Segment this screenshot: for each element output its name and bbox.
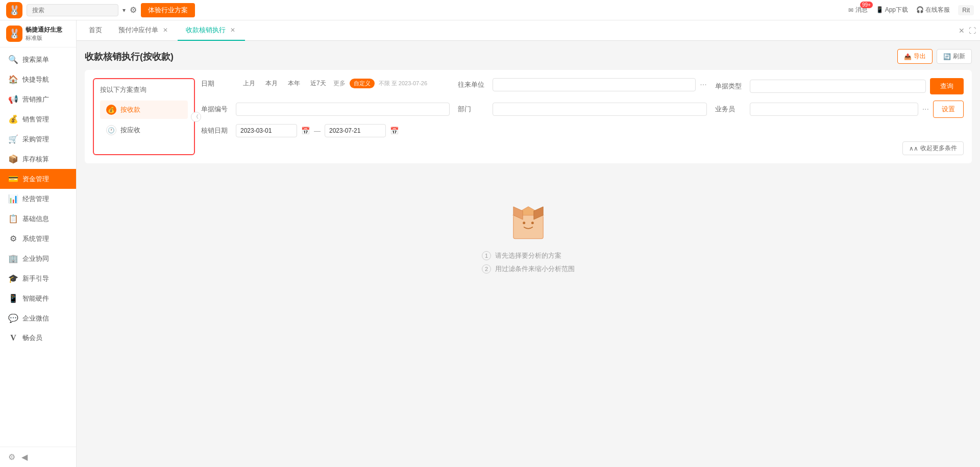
sidebar-item-enterprise[interactable]: 🏢 企业协同 bbox=[0, 249, 76, 268]
brand-logo-icon: 🐰 bbox=[6, 2, 22, 18]
message-button[interactable]: ✉ 消息 99+ bbox=[848, 6, 868, 14]
tab-bar-actions: ✕ ⛶ bbox=[959, 27, 976, 35]
calendar-start-icon[interactable]: 📅 bbox=[301, 127, 310, 135]
department-label: 部门 bbox=[458, 105, 488, 114]
sidebar-item-hardware[interactable]: 📱 智能硬件 bbox=[0, 288, 76, 308]
tab-prepay-close[interactable]: ✕ bbox=[161, 26, 169, 34]
counterparty-more-icon[interactable]: ··· bbox=[700, 80, 706, 89]
sidebar-collapse-icon[interactable]: ◀︎ bbox=[21, 452, 28, 462]
marketing-nav-icon: 📢 bbox=[8, 94, 18, 104]
empty-tip-1: 1 请先选择要分析的方案 bbox=[482, 251, 575, 260]
receipt-option-label: 按收款 bbox=[120, 105, 140, 114]
refresh-button[interactable]: 🔄 刷新 bbox=[937, 49, 972, 64]
salesperson-input[interactable] bbox=[750, 103, 918, 116]
sidebar-brand: 🐰 畅捷通好生意 标准版 bbox=[0, 20, 76, 47]
sidebar-item-wechat[interactable]: 💬 企业微信 bbox=[0, 308, 76, 328]
tip-number-2: 2 bbox=[482, 264, 491, 274]
sidebar-item-member[interactable]: V 畅会员 bbox=[0, 328, 76, 348]
sidebar-label-system: 系统管理 bbox=[22, 234, 49, 243]
writeoff-date-range: 📅 — 📅 bbox=[236, 124, 399, 137]
receivable-option-label: 按应收 bbox=[120, 126, 140, 135]
sidebar-item-quick-nav[interactable]: 🏠 快捷导航 bbox=[0, 69, 76, 89]
operations-nav-icon: 📊 bbox=[8, 194, 18, 204]
sidebar-item-operations[interactable]: 📊 经营管理 bbox=[0, 189, 76, 209]
salesperson-more-icon[interactable]: ··· bbox=[922, 105, 929, 114]
filter-option-by-receivable[interactable]: 🕐 按应收 bbox=[100, 121, 188, 139]
search-nav-icon: 🔍 bbox=[8, 55, 18, 64]
top-search-input[interactable] bbox=[27, 4, 118, 16]
counterparty-input[interactable] bbox=[493, 78, 696, 91]
export-button[interactable]: 📤 导出 bbox=[897, 49, 933, 64]
query-button[interactable]: 查询 bbox=[930, 78, 964, 94]
date-btn-this-month[interactable]: 本月 bbox=[262, 78, 281, 89]
sidebar-item-inventory[interactable]: 📦 库存核算 bbox=[0, 149, 76, 169]
sidebar-brand-name: 畅捷通好生意 bbox=[26, 26, 62, 34]
sidebar-item-system[interactable]: ⚙ 系统管理 bbox=[0, 229, 76, 249]
salesperson-label: 业务员 bbox=[715, 105, 746, 114]
sidebar-label-hardware: 智能硬件 bbox=[22, 294, 49, 303]
sidebar-item-purchase[interactable]: 🛒 采购管理 bbox=[0, 129, 76, 149]
page-content: 收款核销执行(按收款) 📤 导出 🔄 刷新 按以下方案查询 bbox=[77, 41, 980, 467]
writeoff-date-start-input[interactable] bbox=[236, 124, 297, 137]
sidebar-label-marketing: 营销推广 bbox=[22, 95, 49, 104]
online-service-button[interactable]: 🎧 在线客服 bbox=[916, 6, 950, 14]
bill-type-label: 单据类型 bbox=[715, 82, 746, 91]
tab-close-all-icon[interactable]: ✕ bbox=[959, 27, 965, 35]
sidebar-label-member: 畅会员 bbox=[22, 333, 42, 342]
empty-tips: 1 请先选择要分析的方案 2 用过滤条件来缩小分析范围 bbox=[482, 251, 575, 274]
sidebar-brand-sub: 标准版 bbox=[26, 34, 62, 42]
dropdown-icon[interactable]: ▾ bbox=[122, 7, 126, 14]
date-hint: 不限 至 2023-07-26 bbox=[379, 80, 427, 87]
bill-number-input[interactable] bbox=[236, 103, 450, 116]
sidebar-label-basic-info: 基础信息 bbox=[22, 214, 49, 224]
app-icon: 📱 bbox=[876, 6, 884, 13]
sidebar-item-marketing[interactable]: 📢 营销推广 bbox=[0, 89, 76, 109]
date-btn-custom[interactable]: 自定义 bbox=[350, 79, 375, 88]
bill-type-select[interactable] bbox=[750, 80, 926, 93]
wechat-nav-icon: 💬 bbox=[8, 313, 18, 323]
sidebar-item-sales[interactable]: 💰 销售管理 bbox=[0, 109, 76, 129]
sidebar-item-guide[interactable]: 🎓 新手引导 bbox=[0, 268, 76, 288]
bill-number-label: 单据编号 bbox=[201, 105, 232, 114]
inventory-nav-icon: 📦 bbox=[8, 154, 18, 164]
guide-nav-icon: 🎓 bbox=[8, 274, 18, 283]
system-nav-icon: ⚙ bbox=[8, 234, 18, 243]
calendar-end-icon[interactable]: 📅 bbox=[390, 127, 399, 135]
empty-tip-2: 2 用过滤条件来缩小分析范围 bbox=[482, 264, 575, 274]
industry-solution-button[interactable]: 体验行业方案 bbox=[141, 3, 195, 17]
tab-home[interactable]: 首页 bbox=[81, 20, 110, 41]
sidebar-settings-icon[interactable]: ⚙ bbox=[8, 452, 15, 462]
gear-icon[interactable]: ⚙ bbox=[130, 5, 137, 15]
app-download-button[interactable]: 📱 App下载 bbox=[876, 6, 908, 14]
counterparty-label: 往来单位 bbox=[458, 80, 488, 89]
sidebar-label-finance: 资金管理 bbox=[22, 175, 49, 184]
empty-state-illustration bbox=[503, 194, 554, 245]
user-menu[interactable]: Rit bbox=[958, 5, 974, 15]
date-btn-7days[interactable]: 近7天 bbox=[307, 78, 329, 89]
tab-prepay[interactable]: 预付冲应付单 ✕ bbox=[110, 20, 178, 41]
filter-collapse-button[interactable]: 《 bbox=[191, 112, 201, 122]
main-layout: 🐰 畅捷通好生意 标准版 🔍 搜索菜单 🏠 快捷导航 📢 营销推广 💰 销售管理 bbox=[0, 20, 980, 467]
sidebar-item-finance[interactable]: 💳 资金管理 bbox=[0, 169, 76, 189]
date-btn-this-year[interactable]: 本年 bbox=[285, 78, 303, 89]
filter-panel: 按以下方案查询 💰 按收款 🕐 按应收 《 bbox=[85, 70, 972, 163]
tab-receivable-writeoff[interactable]: 收款核销执行 ✕ bbox=[178, 20, 245, 41]
empty-state: 1 请先选择要分析的方案 2 用过滤条件来缩小分析范围 bbox=[85, 163, 972, 304]
sidebar-item-search[interactable]: 🔍 搜索菜单 bbox=[0, 50, 76, 69]
page-header: 收款核销执行(按收款) 📤 导出 🔄 刷新 bbox=[85, 49, 972, 64]
sidebar-bottom: ⚙ ◀︎ bbox=[0, 447, 76, 467]
writeoff-date-end-input[interactable] bbox=[325, 124, 386, 137]
tab-expand-icon[interactable]: ⛶ bbox=[969, 27, 976, 35]
more-conditions-button[interactable]: ∧∧ 收起更多条件 bbox=[902, 141, 964, 155]
tab-home-label: 首页 bbox=[89, 26, 102, 35]
settings-button[interactable]: 设置 bbox=[933, 101, 964, 118]
date-more-button[interactable]: 更多 bbox=[333, 79, 346, 88]
date-btn-last-month[interactable]: 上月 bbox=[240, 78, 258, 89]
receivable-option-icon: 🕐 bbox=[106, 125, 116, 135]
department-select[interactable] bbox=[493, 103, 706, 116]
filter-option-by-receipt[interactable]: 💰 按收款 bbox=[100, 101, 188, 119]
sidebar-item-basic-info[interactable]: 📋 基础信息 bbox=[0, 209, 76, 229]
date-filter-row: 日期 上月 本月 本年 近7天 更多 自定义 不限 至 2023-07-26 bbox=[201, 78, 450, 89]
purchase-nav-icon: 🛒 bbox=[8, 134, 18, 144]
tab-receivable-writeoff-close[interactable]: ✕ bbox=[229, 26, 237, 34]
